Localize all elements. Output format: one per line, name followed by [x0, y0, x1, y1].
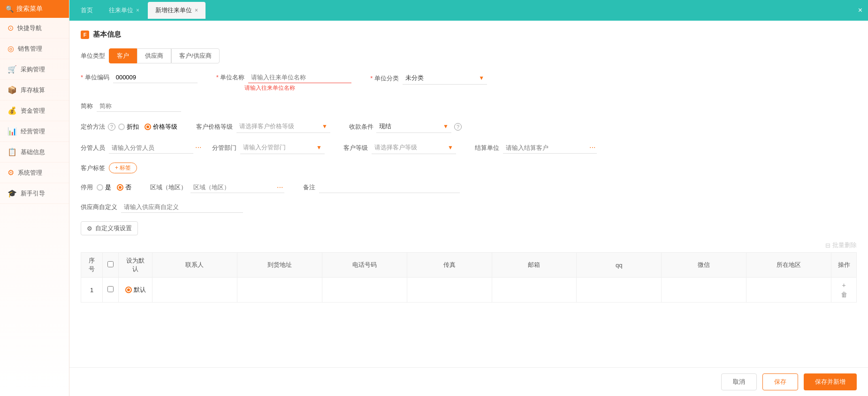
disable-label: 停用	[81, 183, 93, 192]
sidebar-item-sales[interactable]: ◎ 销售管理	[0, 39, 69, 59]
wechat-input[interactable]	[666, 287, 741, 294]
email-input[interactable]	[497, 287, 572, 294]
pricing-help-icon[interactable]: ?	[108, 123, 115, 131]
type-btn-both[interactable]: 客户/供应商	[171, 48, 220, 63]
sidebar-item-operations[interactable]: 📊 经营管理	[0, 121, 69, 142]
type-btn-customer[interactable]: 客户	[109, 48, 137, 63]
region-more-btn[interactable]: ···	[275, 183, 285, 192]
phone-input[interactable]	[327, 287, 402, 294]
customer-price-level-group: 客户价格等级 请选择客户价格等级 ▼	[196, 120, 330, 133]
cancel-button[interactable]: 取消	[721, 373, 757, 390]
unit-code-group: 单位编码	[81, 72, 198, 83]
department-placeholder: 请输入分管部门	[243, 143, 316, 152]
radio-price-level[interactable]: 价格等级	[145, 123, 177, 131]
customer-level-select[interactable]: 请选择客户等级 ▼	[372, 141, 456, 154]
custom-settings-button[interactable]: ⚙ 自定义项设置	[81, 221, 138, 235]
manager-more-btn[interactable]: ···	[193, 143, 203, 152]
sidebar-item-system[interactable]: ⚙ 系统管理	[0, 163, 69, 183]
select-all-checkbox[interactable]	[107, 261, 114, 267]
delete-row-btn[interactable]: 🗑	[840, 290, 848, 299]
sidebar-item-basic[interactable]: 📋 基础信息	[0, 142, 69, 163]
abbreviation-row: 简称	[81, 101, 857, 112]
save-button[interactable]: 保存	[762, 373, 798, 390]
pricing-row: 定价方法 ? 折扣 价格等级 客户价格等级 请选择客户价格等级	[81, 120, 857, 133]
action-bar: 取消 保存 保存并新增	[69, 367, 868, 396]
region-group: 区域（地区） ···	[150, 182, 284, 193]
add-tag-button[interactable]: + 标签	[109, 163, 137, 173]
remark-input[interactable]	[319, 182, 460, 193]
abbreviation-input[interactable]	[97, 101, 181, 112]
batch-delete-btn[interactable]: ⊟ 批量删除	[825, 241, 857, 249]
th-phone: 电话号码	[322, 253, 407, 278]
quick-nav-icon: ⊙	[8, 23, 14, 32]
tab-bar: 首页 往来单位 × 新增往来单位 × ×	[69, 0, 868, 21]
contact-table: 序号 设为默认 联系人 到货地址 电话号码 传真 邮箱 qq 微信 所在地区 操…	[81, 252, 857, 303]
radio-price-level-circle	[145, 124, 151, 130]
row-checkbox[interactable]	[107, 286, 114, 292]
sidebar-item-purchase[interactable]: 🛒 采购管理	[0, 59, 69, 80]
type-btn-supplier[interactable]: 供应商	[137, 48, 171, 63]
unit-type-label: 单位类型	[81, 52, 105, 60]
sidebar-item-quick-nav[interactable]: ⊙ 快捷导航	[0, 18, 69, 39]
tab-counterparty[interactable]: 往来单位 ×	[101, 2, 147, 19]
manager-row: 分管人员 ··· 分管部门 请输入分管部门 ▼ 客户等级 请选择客户等级 ▼	[81, 141, 857, 154]
tab-home[interactable]: 首页	[73, 2, 100, 19]
payment-terms-help[interactable]: ?	[454, 123, 462, 131]
unit-category-group: 单位分类 未分类 ▼	[370, 72, 487, 85]
fax-input[interactable]	[412, 287, 487, 294]
tab-close-counterparty[interactable]: ×	[136, 8, 139, 13]
abbreviation-group: 简称	[81, 101, 857, 112]
td-region	[746, 278, 831, 303]
th-fax: 传真	[407, 253, 492, 278]
search-menu[interactable]: 🔍 搜索菜单	[0, 0, 69, 18]
supplier-custom-label: 供应商自定义	[81, 203, 117, 211]
section-icon: F	[81, 31, 89, 39]
unit-name-label: 单位名称	[216, 73, 245, 82]
radio-no[interactable]: 否	[117, 183, 131, 192]
sidebar-item-inventory[interactable]: 📦 库存核算	[0, 80, 69, 101]
radio-discount-circle	[118, 124, 125, 130]
unit-type-row: 单位类型 客户 供应商 客户/供应商	[81, 48, 857, 63]
settlement-unit-input[interactable]	[503, 142, 587, 153]
region-table-input[interactable]	[751, 287, 826, 294]
customer-price-level-select[interactable]: 请选择客户价格等级 ▼	[236, 120, 330, 133]
unit-name-input[interactable]	[248, 72, 351, 83]
close-all-tabs[interactable]: ×	[858, 6, 862, 15]
pricing-radio-group: 折扣 价格等级	[118, 123, 177, 131]
tab-new-counterparty[interactable]: 新增往来单位 ×	[148, 2, 206, 19]
radio-yes[interactable]: 是	[97, 183, 111, 192]
manager-group: 分管人员 ···	[81, 142, 193, 154]
supplier-custom-input[interactable]	[121, 202, 243, 213]
manager-input[interactable]	[109, 142, 193, 153]
region-input[interactable]	[190, 182, 275, 193]
operations-icon: 📊	[8, 127, 17, 136]
department-select[interactable]: 请输入分管部门 ▼	[240, 141, 325, 154]
department-group: 分管部门 请输入分管部门 ▼	[212, 141, 325, 154]
form-content: F 基本信息 单位类型 客户 供应商 客户/供应商 单位编码 单位名称	[69, 21, 868, 367]
tag-label: 客户标签	[81, 164, 105, 172]
unit-category-select-wrap[interactable]: 未分类 ▼	[403, 72, 487, 85]
radio-discount[interactable]: 折扣	[118, 123, 139, 131]
contact-input[interactable]	[157, 287, 232, 294]
unit-code-input[interactable]	[113, 72, 198, 83]
address-input[interactable]	[242, 287, 317, 294]
settlement-unit-group: 结算单位 ···	[475, 142, 597, 154]
th-wechat: 微信	[662, 253, 746, 278]
supplier-custom-group: 供应商自定义	[81, 202, 857, 213]
sidebar-item-finance[interactable]: 💰 资金管理	[0, 101, 69, 121]
manager-input-wrap: ···	[109, 142, 193, 154]
table-row: 1 默认	[81, 278, 857, 303]
sales-icon: ◎	[8, 44, 14, 53]
guide-icon: 🎓	[8, 189, 17, 198]
sidebar-item-guide[interactable]: 🎓 新手引导	[0, 183, 69, 204]
qq-input[interactable]	[581, 287, 656, 294]
default-radio[interactable]: 默认	[123, 286, 147, 294]
add-row-btn[interactable]: +	[841, 280, 846, 290]
td-address	[237, 278, 322, 303]
th-operation: 操作	[831, 253, 857, 278]
payment-terms-select[interactable]: 现结 ▼	[376, 120, 451, 133]
save-new-button[interactable]: 保存并新增	[804, 373, 857, 390]
td-email	[492, 278, 577, 303]
tab-close-new-counterparty[interactable]: ×	[195, 8, 198, 13]
settlement-unit-more-btn[interactable]: ···	[587, 143, 597, 152]
